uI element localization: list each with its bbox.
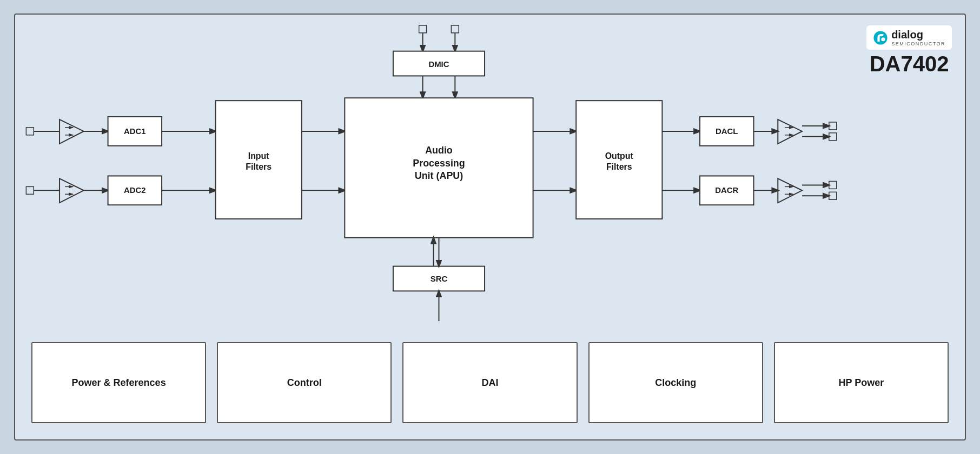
control-label: Control	[287, 377, 322, 389]
amp-top	[59, 119, 84, 144]
bottom-boxes: Power & References Control DAI Clocking …	[31, 342, 949, 423]
output-pin-bot1	[829, 181, 837, 189]
dmic-pin-right	[451, 25, 459, 33]
output-filters-label2: Filters	[606, 162, 632, 171]
input-pin-top	[26, 128, 34, 135]
apu-label3: Unit (APU)	[415, 170, 463, 181]
dmic-label: DMIC	[428, 59, 449, 69]
output-pin-top2	[829, 133, 837, 141]
apu-label2: Processing	[413, 158, 465, 169]
main-container: dialog SEMICONDUCTOR DA7402 ADC1	[14, 14, 966, 440]
src-label: SRC	[431, 274, 448, 283]
output-filters-label1: Output	[605, 151, 634, 161]
dacr-label: DACR	[715, 185, 738, 195]
clocking-box: Clocking	[588, 342, 763, 423]
dai-box: DAI	[402, 342, 577, 423]
input-pin-bottom	[26, 186, 34, 194]
control-box: Control	[217, 342, 392, 423]
adc1-label: ADC1	[124, 126, 146, 136]
clocking-label: Clocking	[655, 377, 696, 389]
dmic-pin-left	[419, 25, 427, 33]
amp-right-bottom	[778, 178, 802, 203]
output-pin-top1	[829, 122, 837, 130]
power-references-label: Power & References	[72, 377, 166, 389]
output-pin-bot2	[829, 192, 837, 199]
amp-bottom	[59, 178, 84, 203]
dacl-label: DACL	[716, 126, 738, 136]
adc2-label: ADC2	[124, 185, 146, 195]
input-filters-label: Input	[248, 151, 270, 161]
hp-power-box: HP Power	[774, 342, 949, 423]
input-filters-label2: Filters	[246, 162, 272, 171]
hp-power-label: HP Power	[839, 377, 884, 389]
power-references-box: Power & References	[31, 342, 206, 423]
amp-right-top	[778, 119, 802, 144]
dai-label: DAI	[482, 377, 499, 389]
apu-label1: Audio	[425, 145, 453, 156]
